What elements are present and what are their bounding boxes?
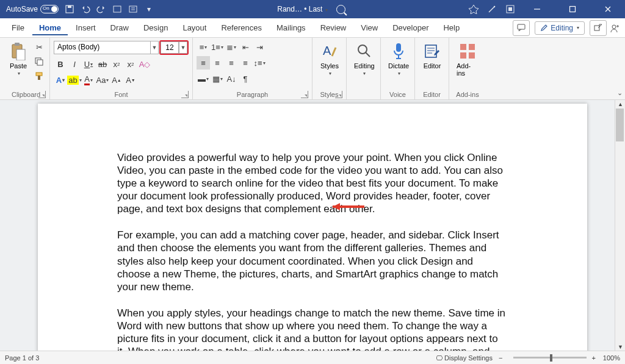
bold-button[interactable]: B [54, 57, 67, 71]
tab-design[interactable]: Design [137, 20, 175, 35]
decrease-indent-button[interactable]: ⇤ [239, 40, 252, 54]
styles-button[interactable]: A Styles▾ [316, 40, 343, 77]
italic-button[interactable]: I [68, 57, 81, 71]
copy-button[interactable] [32, 55, 46, 68]
increase-indent-button[interactable]: ⇥ [253, 40, 266, 54]
change-case-button[interactable]: Aa▾ [96, 73, 109, 87]
document-page[interactable]: Video provides a powerful way to help yo… [38, 104, 587, 351]
tab-view[interactable]: View [354, 20, 385, 35]
editor-button[interactable]: Editor [419, 40, 446, 71]
cut-button[interactable]: ✂ [32, 40, 46, 54]
zoom-in-button[interactable]: + [591, 354, 595, 362]
search-icon[interactable] [336, 5, 345, 14]
numbering-button[interactable]: 1≡▾ [211, 40, 224, 54]
shrink-font-button[interactable]: A▼ [124, 73, 137, 87]
tab-insert[interactable]: Insert [69, 20, 103, 35]
minimize-button[interactable] [524, 0, 551, 18]
bullets-button[interactable]: ≡▾ [197, 40, 210, 54]
justify-button[interactable]: ≡ [239, 56, 252, 70]
shading-button[interactable]: ▬▾ [197, 72, 210, 85]
svg-rect-23 [469, 44, 475, 50]
qat-more-icon[interactable]: ▾ [144, 4, 154, 14]
maximize-button[interactable] [559, 0, 586, 18]
vertical-scrollbar[interactable]: ▲ ▼ [615, 100, 625, 351]
strike-button[interactable]: ab [96, 57, 109, 71]
collapse-ribbon-icon[interactable]: ⌄ [617, 89, 623, 97]
page-indicator[interactable]: Page 1 of 3 [5, 354, 39, 362]
tab-file[interactable]: File [5, 20, 31, 35]
redo-icon[interactable] [96, 4, 106, 14]
autosave-toggle[interactable]: AutoSave On [6, 5, 59, 13]
text-effects-button[interactable]: A▾ [54, 73, 67, 87]
sort-button[interactable]: A↓ [225, 72, 238, 85]
grow-font-button[interactable]: A▲ [110, 73, 123, 87]
svg-rect-12 [15, 43, 20, 46]
paste-button[interactable]: Paste▾ [6, 40, 31, 77]
clear-format-button[interactable]: A◇ [138, 57, 151, 71]
highlight-button[interactable]: ab▾ [68, 73, 81, 87]
share-button[interactable] [590, 20, 607, 36]
undo-icon[interactable] [81, 4, 90, 14]
wand-icon[interactable] [487, 4, 497, 14]
paragraph: When you apply styles, your headings cha… [117, 307, 508, 351]
group-clipboard: Paste▾ ✂ Clipboard [2, 38, 50, 99]
subscript-button[interactable]: x2 [110, 57, 123, 71]
align-right-button[interactable]: ≡ [225, 56, 238, 70]
scroll-thumb[interactable] [616, 109, 624, 141]
collaborator-icon[interactable] [610, 23, 620, 33]
launcher-icon[interactable] [301, 91, 308, 98]
addins-button[interactable]: Add-ins [453, 40, 482, 78]
dictate-button[interactable]: Dictate▾ [385, 40, 413, 77]
tab-layout[interactable]: Layout [176, 20, 213, 35]
launcher-icon[interactable] [181, 91, 189, 98]
tab-mailings[interactable]: Mailings [270, 20, 312, 35]
align-center-button[interactable]: ≡ [211, 56, 224, 70]
align-left-button[interactable]: ≡ [197, 56, 210, 70]
scroll-down-icon[interactable]: ▼ [615, 343, 625, 351]
document-title[interactable]: Rand… • Last ▾ [277, 5, 328, 13]
tab-draw[interactable]: Draw [104, 20, 135, 35]
launcher-icon[interactable] [38, 91, 46, 98]
close-button[interactable] [594, 0, 621, 18]
editing-button[interactable]: Editing▾ [350, 40, 378, 77]
svg-rect-9 [594, 26, 599, 30]
editor-icon [422, 41, 442, 61]
scroll-up-icon[interactable]: ▲ [615, 100, 625, 108]
display-settings-button[interactable]: 🖵 Display Settings [436, 354, 493, 362]
tab-developer[interactable]: Developer [386, 20, 435, 35]
group-font: Aptos (Body) ▼ 12 ▼ B I U▾ ab x2 x2 A◇ A… [50, 38, 193, 99]
tab-help[interactable]: Help [436, 20, 466, 35]
font-color-button[interactable]: A▾ [82, 73, 95, 87]
qat-icon-1[interactable] [112, 4, 122, 14]
zoom-slider[interactable] [513, 357, 587, 359]
borders-button[interactable]: ▦▾ [211, 72, 224, 85]
app-icon[interactable] [505, 4, 515, 14]
tab-home[interactable]: Home [32, 20, 68, 35]
tab-review[interactable]: Review [314, 20, 353, 35]
superscript-button[interactable]: x2 [124, 57, 137, 71]
svg-text:A: A [323, 44, 331, 57]
underline-button[interactable]: U▾ [82, 57, 95, 71]
font-family-combo[interactable]: Aptos (Body) ▼ [54, 41, 159, 54]
svg-point-4 [494, 6, 495, 7]
multilevel-button[interactable]: ≣▾ [225, 40, 238, 54]
show-marks-button[interactable]: ¶ [239, 72, 252, 85]
launcher-icon[interactable] [335, 91, 342, 98]
tab-references[interactable]: References [214, 20, 268, 35]
font-size-combo[interactable]: 12 ▼ [159, 40, 189, 55]
group-voice: Dictate▾ Voice [381, 38, 415, 99]
group-editing: Editing▾ [347, 38, 381, 99]
premium-icon[interactable] [469, 4, 479, 14]
group-addins: Add-ins Add-ins [449, 38, 486, 99]
autosave-switch-icon: On [40, 5, 59, 13]
qat-icon-2[interactable] [128, 4, 138, 14]
format-painter-button[interactable] [32, 70, 46, 83]
zoom-level[interactable]: 100% [603, 354, 620, 362]
comments-button[interactable] [513, 20, 530, 36]
group-editor: Editor Editor [415, 38, 449, 99]
line-spacing-button[interactable]: ↕≡▾ [253, 56, 266, 70]
svg-rect-21 [425, 45, 436, 57]
save-icon[interactable] [65, 4, 74, 14]
editing-mode-button[interactable]: Editing▾ [535, 21, 585, 35]
zoom-out-button[interactable]: − [499, 354, 502, 362]
